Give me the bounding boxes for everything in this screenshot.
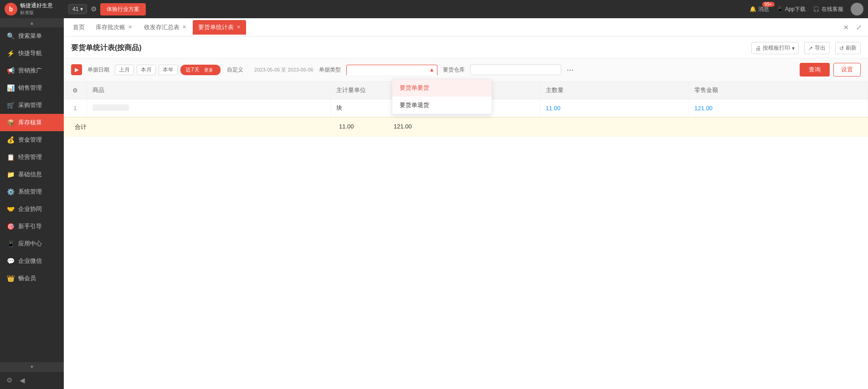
top-header: b 畅捷通好生意 标准版 41 ▾ ⚙ 体验行业方案 🔔 消息 99+ 📱 Ap…	[0, 0, 868, 18]
sidebar-item-marketing[interactable]: 📢 营销推广	[0, 62, 64, 79]
sidebar-item-label: 搜索菜单	[18, 32, 42, 40]
tab-close-all-icon[interactable]: ✕	[842, 22, 851, 33]
sidebar-item-quick-nav[interactable]: ⚡ 快捷导航	[0, 45, 64, 62]
settings-button[interactable]: 设置	[833, 63, 861, 77]
type-label: 单据类型	[319, 66, 341, 74]
query-button[interactable]: 查询	[800, 63, 830, 77]
sidebar-item-enterprise[interactable]: 🤝 企业协同	[0, 200, 64, 218]
export-button[interactable]: ↗ 导出	[804, 42, 830, 54]
col-settings[interactable]: ⚙	[64, 82, 87, 99]
purchase-icon: 🛒	[6, 101, 15, 109]
sidebar-item-label: 库存核算	[18, 118, 42, 127]
member-icon: 👑	[6, 274, 15, 282]
filter-more-button[interactable]: ···	[567, 66, 574, 74]
cell-amount: 121.00	[689, 99, 868, 117]
system-icon: ⚙️	[6, 188, 15, 196]
sidebar-item-purchase[interactable]: 🛒 采购管理	[0, 97, 64, 114]
operations-icon: 📋	[6, 153, 15, 161]
tab-receive-summary[interactable]: 收发存汇总表 ✕	[139, 20, 192, 35]
app-download-item[interactable]: 📱 App下载	[776, 5, 806, 13]
sidebar-item-inventory[interactable]: 📦 库存核算	[0, 114, 64, 131]
tab-expand-icon[interactable]: ⤢	[854, 22, 863, 33]
custom-date-button[interactable]: 自定义	[223, 65, 247, 75]
finance-icon: 💰	[6, 136, 15, 144]
chevron-down-icon: ▾	[792, 45, 795, 51]
filter-bar: ▶ 单据日期 上月 本月 本年 近7天 更多 自定义 2023-05-06 至 …	[64, 58, 868, 82]
type-input[interactable]	[346, 65, 437, 75]
tab-close-icon[interactable]: ✕	[236, 24, 241, 30]
sidebar-bottom: ⚙ ◀	[0, 371, 64, 389]
this-year-button[interactable]: 本年	[159, 65, 178, 75]
tab-home[interactable]: 首页	[68, 20, 89, 35]
tab-close-icon[interactable]: ✕	[128, 24, 132, 30]
tab-bar-right: ✕ ⤢	[842, 22, 863, 33]
sidebar-item-system[interactable]: ⚙️ 系统管理	[0, 183, 64, 200]
online-service-item[interactable]: 🎧 在线客服	[813, 5, 843, 13]
sidebar-item-label: 经营管理	[18, 153, 42, 161]
inventory-icon: 📦	[6, 118, 15, 127]
page-title: 要货单统计表(按商品)	[71, 43, 142, 53]
quick-nav-icon: ⚡	[6, 49, 15, 57]
page-content: 要货单统计表(按商品) 🖨 按模板打印 ▾ ↗ 导出 ↺	[64, 36, 868, 389]
sidebar-item-finance[interactable]: 💰 资金管理	[0, 131, 64, 148]
filter-actions: 查询 设置	[800, 63, 861, 77]
header-middle: 41 ▾ ⚙ 体验行业方案	[68, 3, 750, 15]
chevron-up-icon[interactable]: ▲	[429, 67, 435, 73]
table-footer: 合计 11.00 121.00	[64, 117, 868, 137]
page-actions: 🖨 按模板打印 ▾ ↗ 导出 ↺ 刷新	[751, 42, 861, 54]
tab-inventory-batch[interactable]: 库存批次账 ✕	[90, 20, 138, 35]
content-area: 首页 库存批次账 ✕ 收发存汇总表 ✕ 要货单统计表 ✕ ✕ ⤢	[64, 18, 868, 389]
this-month-button[interactable]: 本月	[137, 65, 156, 75]
header-gear-icon[interactable]: ⚙	[91, 5, 97, 13]
sidebar-item-sales[interactable]: 📊 销售管理	[0, 79, 64, 97]
print-button[interactable]: 🖨 按模板打印 ▾	[751, 42, 799, 54]
sidebar-item-label: 营销推广	[18, 67, 42, 75]
logo-area: b 畅捷通好生意 标准版	[5, 2, 68, 16]
warehouse-label: 要货仓库	[443, 66, 465, 74]
footer-amount: 121.00	[388, 123, 443, 131]
warehouse-input[interactable]	[470, 64, 561, 75]
dropdown-item-return[interactable]: 要货单退货	[392, 97, 492, 114]
sidebar-item-member[interactable]: 👑 畅会员	[0, 270, 64, 287]
footer-label: 合计	[69, 123, 334, 131]
last-month-button[interactable]: 上月	[115, 65, 134, 75]
enterprise-icon: 🤝	[6, 205, 15, 213]
collapse-icon[interactable]: ◀	[20, 376, 25, 384]
marketing-icon: 📢	[6, 67, 15, 75]
sidebar-nav: 🔍 搜索菜单 ⚡ 快捷导航 📢 营销推广 📊 销售管理 🛒 采购管理 📦	[0, 27, 64, 362]
guide-icon: 🎯	[6, 222, 15, 230]
filter-expand-button[interactable]: ▶	[71, 64, 82, 75]
sidebar-scroll-up[interactable]: ▲	[0, 18, 64, 27]
company-selector[interactable]: 41 ▾	[68, 4, 87, 14]
tab-order-summary[interactable]: 要货单统计表 ✕	[193, 20, 246, 35]
app-sub: 标准版	[20, 10, 53, 16]
sidebar-item-basics[interactable]: 📁 基础信息	[0, 166, 64, 183]
basics-icon: 📁	[6, 170, 15, 179]
recent-days-button[interactable]: 近7天 更多	[180, 65, 221, 75]
notification-count: 99+	[762, 2, 775, 7]
sidebar-item-operations[interactable]: 📋 经营管理	[0, 148, 64, 166]
notifications-badge[interactable]: 🔔 消息 99+	[750, 5, 769, 13]
settings-gear-icon[interactable]: ⚙	[6, 376, 12, 384]
tab-close-icon[interactable]: ✕	[182, 24, 186, 30]
appstore-icon: 📱	[6, 240, 15, 248]
sidebar-scroll-down[interactable]: ▼	[0, 362, 64, 371]
search-icon: 🔍	[6, 32, 15, 40]
sidebar-item-appstore[interactable]: 📱 应用中心	[0, 235, 64, 252]
col-amount: 零售金额	[689, 82, 868, 99]
sidebar-item-guide[interactable]: 🎯 新手引导	[0, 218, 64, 235]
sidebar-item-label: 资金管理	[18, 136, 42, 144]
dropdown-item-order[interactable]: 要货单要货	[392, 79, 492, 97]
sidebar-item-label: 采购管理	[18, 101, 42, 109]
promo-button[interactable]: 体验行业方案	[100, 3, 146, 15]
sidebar-item-search[interactable]: 🔍 搜索菜单	[0, 27, 64, 45]
warehouse-select	[470, 64, 561, 75]
type-dropdown: 要货单要货 要货单退货	[392, 79, 492, 114]
cell-product	[87, 99, 331, 117]
refresh-button[interactable]: ↺ 刷新	[835, 42, 861, 54]
user-avatar[interactable]	[851, 3, 863, 15]
sidebar-item-label: 系统管理	[18, 188, 42, 196]
expand-icon: ▶	[75, 67, 79, 73]
sidebar-item-label: 销售管理	[18, 84, 42, 92]
sidebar-item-wechat[interactable]: 💬 企业微信	[0, 252, 64, 270]
